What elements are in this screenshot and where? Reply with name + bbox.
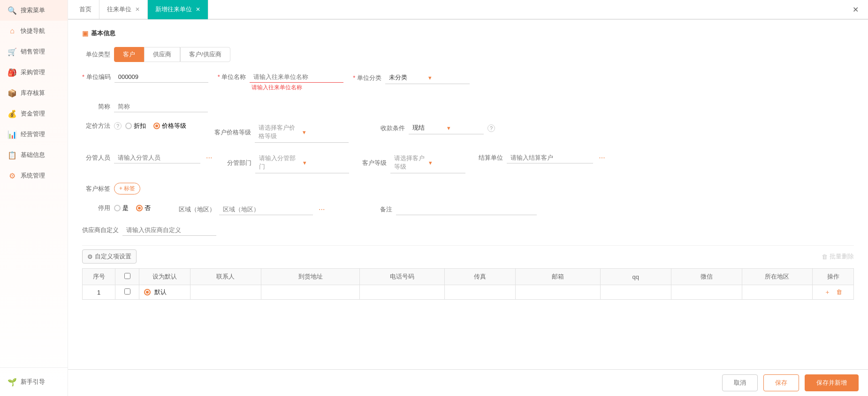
contact-input[interactable] xyxy=(207,289,244,296)
payment-terms-select[interactable]: 现结 ▾ xyxy=(409,122,484,134)
category-select[interactable]: 未分类 ▾ xyxy=(385,71,470,84)
col-region: 所在地区 xyxy=(742,269,813,285)
manager-row: 分管人员 ··· 分管部门 请输入分管部门 ▾ 客户等级 请选择客户等级 ▾ 结… xyxy=(82,152,854,173)
manager-input[interactable] xyxy=(114,152,200,163)
save-button[interactable]: 保存 xyxy=(763,374,799,391)
sidebar-item-finance[interactable]: 💰 资金管理 xyxy=(0,103,68,124)
row-qq[interactable] xyxy=(600,285,671,300)
short-name-input[interactable] xyxy=(114,101,208,112)
disabled-radio-yes[interactable]: 是 xyxy=(114,204,129,212)
disabled-region-row: 停用 是 否 区域（地区） ··· 备注 xyxy=(82,204,854,215)
remark-input[interactable] xyxy=(396,204,537,215)
tab-partner[interactable]: 往来单位 ✕ xyxy=(99,0,148,19)
manager-more-btn[interactable]: ··· xyxy=(204,154,214,162)
customer-price-level-select[interactable]: 请选择客户价格等级 ▾ xyxy=(255,122,349,143)
col-check xyxy=(115,269,139,285)
row-default: 默认 xyxy=(139,285,190,300)
close-window-button[interactable]: ✕ xyxy=(847,5,864,14)
type-btn-supplier[interactable]: 供应商 xyxy=(144,47,180,62)
wechat-input[interactable] xyxy=(688,289,725,296)
customer-price-level-field: 客户价格等级 请选择客户价格等级 ▾ xyxy=(214,122,349,143)
row-region[interactable] xyxy=(742,285,813,300)
row-wechat[interactable] xyxy=(671,285,742,300)
tags-row: 客户标签 + 标签 xyxy=(82,183,854,194)
price-level-chevron-icon: ▾ xyxy=(303,129,345,136)
row-contact[interactable] xyxy=(190,285,261,300)
supplier-custom-input[interactable] xyxy=(122,225,216,236)
default-radio[interactable] xyxy=(144,289,151,295)
batch-delete-label[interactable]: 批量删除 xyxy=(830,252,854,261)
name-input[interactable] xyxy=(250,71,343,83)
remark-label: 备注 xyxy=(364,205,392,214)
payment-terms-label: 收款条件 xyxy=(377,124,405,132)
sidebar-item-operations[interactable]: 📊 经营管理 xyxy=(0,124,68,145)
disabled-radio-group: 是 否 xyxy=(114,204,151,212)
code-input[interactable] xyxy=(114,71,208,83)
payment-terms-help-icon[interactable]: ? xyxy=(487,124,495,132)
pricing-radio-group: 折扣 价格等级 xyxy=(125,122,186,130)
tab-new-partner[interactable]: 新增往来单位 ✕ xyxy=(148,0,208,19)
address-input[interactable] xyxy=(282,289,339,296)
type-button-group: 客户 供应商 客户/供应商 xyxy=(114,47,230,62)
dept-label: 分管部门 xyxy=(223,159,251,167)
add-tag-button[interactable]: + 标签 xyxy=(114,183,140,194)
settlement-input[interactable] xyxy=(507,152,593,163)
row-check[interactable] xyxy=(115,285,139,300)
pricing-help-icon[interactable]: ? xyxy=(114,122,122,130)
main-area: 首页 往来单位 ✕ 新增往来单位 ✕ ✕ ▣ 基本信息 单位类型 客户 供应商 … xyxy=(68,0,868,396)
row-fax[interactable] xyxy=(445,285,516,300)
customer-level-select[interactable]: 请选择客户等级 ▾ xyxy=(390,152,465,173)
type-btn-customer[interactable]: 客户 xyxy=(114,47,144,62)
col-qq: qq xyxy=(600,269,671,285)
sidebar-item-guide[interactable]: 🌱 新手引导 xyxy=(0,372,68,392)
region-more-btn[interactable]: ··· xyxy=(317,205,327,214)
qq-input[interactable] xyxy=(617,289,655,296)
close-partner-tab[interactable]: ✕ xyxy=(135,6,140,13)
save-new-button[interactable]: 保存并新增 xyxy=(805,374,859,391)
email-input[interactable] xyxy=(534,289,581,296)
customer-price-level-label: 客户价格等级 xyxy=(214,128,251,137)
sidebar-item-system[interactable]: ⚙ 系统管理 xyxy=(0,165,68,186)
money-icon: 💰 xyxy=(8,109,17,118)
region-input-row[interactable] xyxy=(758,289,796,296)
col-address: 到货地址 xyxy=(261,269,360,285)
row-address[interactable] xyxy=(261,285,360,300)
cart-icon: 🛒 xyxy=(8,47,17,56)
code-label: 单位编码 xyxy=(82,73,111,81)
pricing-radio-price-level[interactable]: 价格等级 xyxy=(153,122,186,130)
add-row-btn[interactable]: ＋ xyxy=(824,288,830,295)
tag-field: 客户标签 + 标签 xyxy=(82,183,140,194)
settlement-more-btn[interactable]: ··· xyxy=(597,154,607,162)
gear-icon: ⚙ xyxy=(8,171,17,180)
pricing-row: 定价方法 ? 折扣 价格等级 客户价格等级 请选择客户价格等级 xyxy=(82,122,854,143)
settlement-field: 结算单位 ··· xyxy=(475,152,607,163)
close-new-partner-tab[interactable]: ✕ xyxy=(196,6,200,13)
disabled-radio-no[interactable]: 否 xyxy=(136,204,151,212)
sidebar-item-sales[interactable]: 🛒 销售管理 xyxy=(0,41,68,62)
row-email[interactable] xyxy=(516,285,601,300)
row-phone[interactable] xyxy=(360,285,445,300)
cancel-button[interactable]: 取消 xyxy=(722,374,758,391)
sidebar-item-quick-nav[interactable]: ⌂ 快捷导航 xyxy=(0,21,68,41)
custom-setting-button[interactable]: ⚙ 自定义项设置 xyxy=(82,249,137,264)
sidebar-item-basics[interactable]: 📋 基础信息 xyxy=(0,145,68,165)
delete-row-btn[interactable]: 🗑 xyxy=(836,288,842,295)
row-checkbox[interactable] xyxy=(124,288,130,295)
sidebar-item-search[interactable]: 🔍 搜索菜单 xyxy=(0,0,68,21)
sidebar-item-purchase[interactable]: 🎒 采购管理 xyxy=(0,62,68,83)
category-field: 单位分类 未分类 ▾ xyxy=(353,71,470,84)
fax-input[interactable] xyxy=(461,289,499,296)
region-input[interactable] xyxy=(219,204,313,215)
pricing-radio-discount[interactable]: 折扣 xyxy=(125,122,146,130)
type-btn-both[interactable]: 客户/供应商 xyxy=(180,47,230,62)
select-all-checkbox[interactable] xyxy=(124,273,130,279)
settings-icon: ⚙ xyxy=(87,253,93,260)
phone-input[interactable] xyxy=(379,289,426,296)
dept-select[interactable]: 请输入分管部门 ▾ xyxy=(255,152,349,173)
price-level-radio-circle xyxy=(153,123,160,129)
batch-delete-icon: 🗑 xyxy=(822,253,828,260)
supplier-custom-label: 供应商自定义 xyxy=(82,226,119,234)
sidebar-item-inventory[interactable]: 📦 库存核算 xyxy=(0,83,68,103)
tab-home[interactable]: 首页 xyxy=(72,0,99,19)
box-icon: 📦 xyxy=(8,88,17,98)
